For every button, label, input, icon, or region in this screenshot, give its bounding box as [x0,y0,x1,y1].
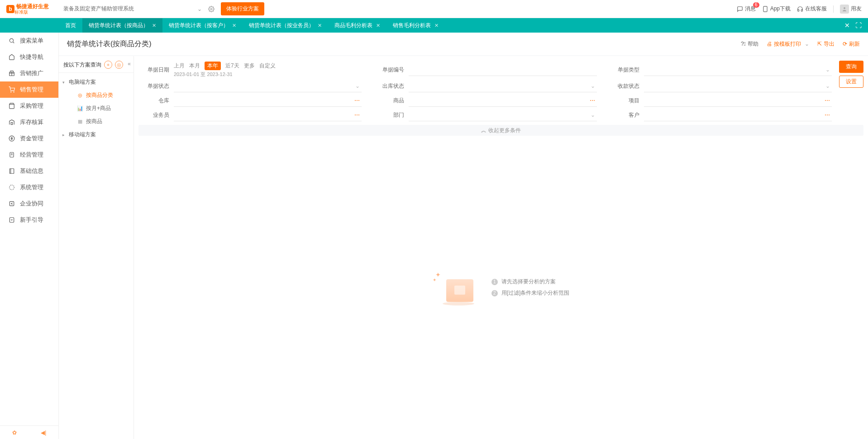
help-icon: ?⃝ [741,41,746,47]
sidebar-item-search[interactable]: 搜索菜单 [0,33,58,49]
close-all-icon[interactable]: ✕ [844,22,850,29]
system-selector[interactable]: 装备及固定资产辅助管理系统 ⌄ [63,5,202,13]
sidebar-item-sales[interactable]: 销售管理 [0,81,58,98]
cta-button[interactable]: 体验行业方案 [221,2,264,15]
tab-sales-gross[interactable]: 销售毛利分析表✕ [386,18,445,33]
sidebar-item-basicinfo[interactable]: 基础信息 [0,163,58,179]
online-service-button[interactable]: 在线客服 [797,5,827,13]
svg-point-16 [10,185,14,190]
scheme-by-category[interactable]: ◎按商品分类 [59,89,134,102]
date-tag-lastmonth[interactable]: 上月 [174,62,185,70]
close-icon[interactable]: ✕ [152,23,156,29]
input-bill-status[interactable]: ⌄ [174,80,362,92]
input-pay-status[interactable]: ⌄ [644,80,832,92]
scheme-by-month-product[interactable]: 📊按月+商品 [59,102,134,115]
sidebar-item-funds[interactable]: 资金管理 [0,130,58,147]
query-button[interactable]: 查询 [839,61,863,73]
tip-text: 请先选择要分析的方案 [501,278,556,286]
step-number-icon: 2 [491,290,498,296]
chevron-down-icon[interactable]: ⌄ [355,83,360,89]
sidebar-item-marketing[interactable]: 营销推广 [0,65,58,81]
tip-text: 用[过滤]条件来缩小分析范围 [501,289,570,297]
more-icon[interactable]: ⋯ [354,112,360,118]
tab-product-gross[interactable]: 商品毛利分析表✕ [328,18,386,33]
tab-label: 销货单统计表（按商品） [89,22,148,29]
date-tag-thismonth[interactable]: 本月 [189,62,200,70]
field-bill-date: 单据日期 上月 本月 本年 近7天 更多 自定义 20 [140,62,362,78]
input-bill-type[interactable]: ⌄ [644,63,832,76]
svg-rect-14 [10,169,14,174]
sidebar-item-label: 销售管理 [20,86,43,94]
sidebar-item-purchase[interactable]: 采购管理 [0,98,58,114]
cart-icon [8,86,15,93]
input-warehouse[interactable]: ⋯ [174,94,362,107]
date-tag-7days[interactable]: 近7天 [225,62,239,70]
input-product[interactable]: ⋯ [409,94,596,107]
sidebar-item-operation[interactable]: 经营管理 [0,147,58,163]
target-icon[interactable]: ◎ [115,61,123,69]
more-icon[interactable]: ⋯ [590,97,595,104]
sidebar-item-label: 基础信息 [20,167,43,175]
sidebar-item-guide[interactable]: 新手引导 [0,212,58,228]
close-icon[interactable]: ✕ [232,23,236,29]
close-icon[interactable]: ✕ [434,23,439,29]
label-warehouse: 仓库 [140,97,169,105]
page-actions: ?⃝帮助 🖨按模板打印⌄ ⇱导出 ⟳刷新 [741,40,860,48]
field-bill-status: 单据状态 ⌄ [140,80,362,92]
settings-button[interactable]: 设置 [839,76,863,88]
more-icon[interactable]: ⋯ [825,112,830,118]
tab-sales-by-salesperson[interactable]: 销货单统计表（按业务员）✕ [243,18,328,33]
tab-sales-by-product[interactable]: 销货单统计表（按商品）✕ [82,18,162,33]
tab-sales-by-customer[interactable]: 销货单统计表（按客户）✕ [162,18,243,33]
sidebar-item-collab[interactable]: 企业协同 [0,196,58,212]
refresh-button[interactable]: ⟳刷新 [843,40,860,48]
date-tag-thisyear[interactable]: 本年 [205,62,221,70]
topbar-right: 消息 6 App下载 在线客服 用友 [737,5,862,14]
close-icon[interactable]: ✕ [318,23,322,29]
chevron-down-icon[interactable]: ⌄ [825,83,830,89]
date-tag-more[interactable]: 更多 [244,62,255,70]
chevron-down-icon: ⌄ [805,41,809,47]
collapse-sidebar-icon[interactable]: ◀| [41,429,46,436]
scheme-group-mobile[interactable]: 移动端方案 [59,128,134,141]
scheme-group-desktop[interactable]: 电脑端方案 [59,76,134,89]
collapse-panel-icon[interactable]: « [128,61,131,67]
sidebar-item-system[interactable]: 系统管理 [0,179,58,196]
message-button[interactable]: 消息 6 [737,5,756,13]
more-icon[interactable]: ⋯ [825,97,830,104]
label-pay-status: 收款状态 [610,82,639,90]
app-download-button[interactable]: App下载 [762,5,791,13]
gear-icon[interactable] [208,6,215,12]
input-customer[interactable]: ⋯ [644,109,832,121]
sidebar-item-label: 采购管理 [20,102,43,110]
chevron-down-icon[interactable]: ⌄ [591,112,595,118]
label-bill-type: 单据类型 [610,66,639,74]
chevron-down-icon[interactable]: ⌄ [825,67,830,73]
more-icon[interactable]: ⋯ [354,97,360,104]
input-project[interactable]: ⋯ [644,94,832,107]
input-bill-no[interactable] [409,63,596,76]
print-template-label: 按模板打印 [774,40,801,48]
tab-home[interactable]: 首页 [59,18,82,33]
export-button[interactable]: ⇱导出 [817,40,835,48]
input-department[interactable]: ⌄ [409,109,596,121]
sidebar-item-inventory[interactable]: 库存核算 [0,114,58,130]
settings-icon[interactable]: ✿ [12,429,17,436]
add-scheme-icon[interactable]: + [104,61,112,69]
app-download-label: App下载 [770,5,791,13]
sidebar-item-quicknav[interactable]: 快捷导航 [0,49,58,65]
refresh-icon: ⟳ [843,41,847,47]
collapse-conditions-bar[interactable]: ︽ 收起更多条件 [138,125,863,136]
scheme-by-product[interactable]: ▦按商品 [59,115,134,128]
refresh-label: 刷新 [849,40,860,48]
chevron-down-icon[interactable]: ⌄ [591,83,595,89]
input-salesperson[interactable]: ⋯ [174,109,362,121]
fullscreen-icon[interactable]: ⛶ [855,22,862,29]
date-tag-custom[interactable]: 自定义 [259,62,276,70]
print-template-button[interactable]: 🖨按模板打印⌄ [767,40,809,48]
help-button[interactable]: ?⃝帮助 [741,40,758,48]
printer-icon: 🖨 [767,41,772,47]
input-out-status[interactable]: ⌄ [409,80,596,92]
close-icon[interactable]: ✕ [376,23,380,29]
user-menu[interactable]: 用友 [840,5,862,14]
